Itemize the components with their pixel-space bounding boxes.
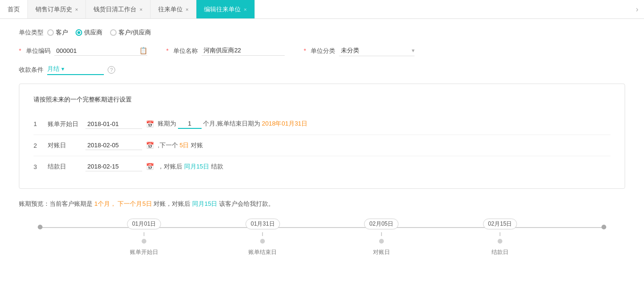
period-settings-box: 请按照未来的一个完整帐期进行设置 1 账单开始日 📅 账期为 个月,账单结束日期…	[19, 84, 625, 189]
period-row-3-type: 结款日	[48, 162, 85, 171]
timeline-point-4-label: 02月15日	[483, 219, 517, 229]
preview-reconcile-suffix: 对账，对账后	[153, 200, 190, 207]
period-row-3-desc: ，对账后 同月15日 结款	[158, 162, 223, 171]
period-row-1-date[interactable]	[85, 119, 142, 129]
unit-category-chevron-icon: ▾	[412, 47, 415, 54]
timeline-point-1-connector	[144, 232, 144, 236]
period-row-1-desc-suffix: 个月,账单结束日期为	[203, 120, 260, 127]
unit-code-star: *	[19, 47, 21, 54]
tab-cash-work-close[interactable]: ×	[139, 7, 142, 12]
unit-name-star: *	[166, 47, 169, 54]
radio-customer-supplier[interactable]: 客户/供应商	[110, 28, 151, 37]
payment-condition-row: 收款条件 月结 ▾ ?	[19, 65, 625, 75]
unit-category-select[interactable]: 未分类 ▾	[339, 45, 415, 56]
unit-code-input-wrapper: 📋	[54, 46, 147, 56]
timeline-point-3-label: 02月05日	[364, 219, 398, 229]
radio-customer-circle	[47, 29, 54, 36]
period-row-3-desc-suffix: 结款	[211, 163, 223, 170]
tab-edit-partner[interactable]: 编辑往来单位 ×	[196, 0, 254, 18]
unit-code-copy-icon[interactable]: 📋	[139, 47, 147, 54]
tab-sales-history[interactable]: 销售订单历史 ×	[28, 0, 86, 18]
tab-partner-unit[interactable]: 往来单位 ×	[151, 0, 196, 18]
timeline-point-4-desc: 结款日	[491, 248, 508, 256]
unit-category-value: 未分类	[339, 45, 410, 56]
timeline-point-3-connector	[381, 232, 382, 236]
unit-category-label: 单位分类	[311, 47, 335, 55]
timeline-point-1-label: 01月01日	[127, 219, 161, 229]
timeline-point-1-dot	[142, 239, 146, 244]
payment-condition-select[interactable]: 月结 ▾	[47, 65, 104, 75]
timeline-point-4-connector	[500, 232, 500, 236]
unit-category-star: *	[304, 47, 306, 54]
timeline-point-2-label: 01月31日	[246, 219, 280, 229]
timeline-point-4: 02月15日 结款日	[483, 219, 517, 256]
radio-customer-supplier-circle	[110, 29, 117, 36]
period-row-1-desc-prefix: 账期为	[158, 120, 176, 127]
period-row-2-type: 对账日	[48, 141, 85, 150]
timeline-point-2-desc: 账单结束日	[248, 248, 277, 256]
timeline-point-1: 01月01日 账单开始日	[127, 219, 161, 256]
period-row-1-num: 1	[34, 120, 48, 127]
tab-cash-work-label: 钱货日清工作台	[93, 5, 136, 14]
period-row-1: 1 账单开始日 📅 账期为 个月,账单结束日期为 2018年01月31日	[34, 113, 610, 135]
period-row-2-num: 2	[34, 142, 48, 149]
payment-condition-value: 月结	[47, 65, 59, 73]
preview-text: 账期预览：当前客户账期是 1个月， 下一个月5日 对账，对账后 同月15日 该客…	[19, 198, 625, 209]
tab-partner-unit-close[interactable]: ×	[186, 7, 188, 12]
timeline-point-3: 02月05日 对账日	[364, 219, 398, 256]
period-row-1-type: 账单开始日	[48, 120, 85, 128]
timeline-end-circle	[602, 225, 606, 229]
radio-customer-label: 客户	[56, 28, 68, 37]
radio-supplier-label: 供应商	[84, 28, 102, 37]
timeline-point-2: 01月31日 账单结束日	[246, 219, 280, 256]
unit-info-row: * 单位编码 📋 * 单位名称 * 单位分类 未分类 ▾	[19, 45, 625, 56]
timeline-point-3-desc: 对账日	[373, 248, 390, 256]
unit-name-input[interactable]	[202, 46, 285, 56]
unit-type-group: 单位类型 客户 供应商 客户/供应商	[19, 28, 151, 37]
timeline-points: 01月01日 账单开始日 01月31日 账单结束日 02月05日 对账日	[38, 219, 606, 256]
tab-partner-unit-label: 往来单位	[158, 5, 183, 14]
timeline-point-2-connector	[262, 232, 263, 236]
tab-expand-button[interactable]: ›	[630, 0, 644, 18]
timeline-wrapper: 01月01日 账单开始日 01月31日 账单结束日 02月05日 对账日	[19, 219, 625, 256]
preview-payment-suffix: 该客户会给我打款。	[219, 200, 274, 207]
period-row-2-date[interactable]	[85, 141, 142, 150]
preview-label-prefix: 账期预览：当前客户账期是	[19, 200, 93, 207]
period-row-1-end-date: 2018年01月31日	[262, 120, 308, 127]
period-row-3-num: 3	[34, 163, 48, 170]
timeline-start-circle	[38, 225, 42, 229]
preview-months: 1个月，	[94, 200, 116, 207]
tab-sales-history-close[interactable]: ×	[75, 7, 78, 12]
unit-code-label: 单位编码	[26, 47, 51, 55]
timeline-point-1-desc: 账单开始日	[130, 248, 158, 256]
period-row-3-calendar-icon[interactable]: 📅	[146, 163, 154, 170]
unit-type-row: 单位类型 客户 供应商 客户/供应商	[19, 28, 625, 37]
preview-reconcile: 下一个月5日	[118, 200, 152, 207]
period-row-1-months-input[interactable]	[178, 119, 202, 129]
period-row-2-calendar-icon[interactable]: 📅	[146, 142, 154, 149]
unit-category-group: * 单位分类 未分类 ▾	[304, 45, 415, 56]
tab-home-label: 首页	[8, 5, 20, 14]
payment-condition-chevron-icon: ▾	[61, 66, 64, 72]
payment-condition-label: 收款条件	[19, 66, 43, 74]
payment-condition-help-icon[interactable]: ?	[108, 66, 115, 74]
period-row-2-desc-prefix: ,下一个	[158, 142, 178, 149]
unit-code-input[interactable]	[54, 46, 137, 55]
period-row-3-date[interactable]	[85, 162, 142, 171]
radio-supplier-circle	[76, 29, 82, 36]
radio-customer[interactable]: 客户	[47, 28, 68, 37]
tab-edit-partner-close[interactable]: ×	[244, 7, 246, 12]
timeline-point-4-dot	[498, 239, 502, 244]
period-row-1-calendar-icon[interactable]: 📅	[146, 120, 154, 128]
unit-code-group: * 单位编码 📋	[19, 46, 147, 56]
unit-type-label: 单位类型	[19, 28, 43, 37]
radio-supplier[interactable]: 供应商	[76, 28, 102, 37]
tab-home[interactable]: 首页	[0, 0, 28, 18]
unit-type-radio-group: 客户 供应商 客户/供应商	[47, 28, 151, 37]
period-row-2-desc-suffix: 对账	[191, 142, 203, 149]
timeline-point-2-dot	[260, 239, 265, 244]
tab-cash-work[interactable]: 钱货日清工作台 ×	[86, 0, 150, 18]
timeline-end-dot	[602, 224, 606, 229]
tab-edit-partner-label: 编辑往来单位	[204, 5, 241, 14]
period-row-2-next-date: 5日	[179, 142, 189, 149]
